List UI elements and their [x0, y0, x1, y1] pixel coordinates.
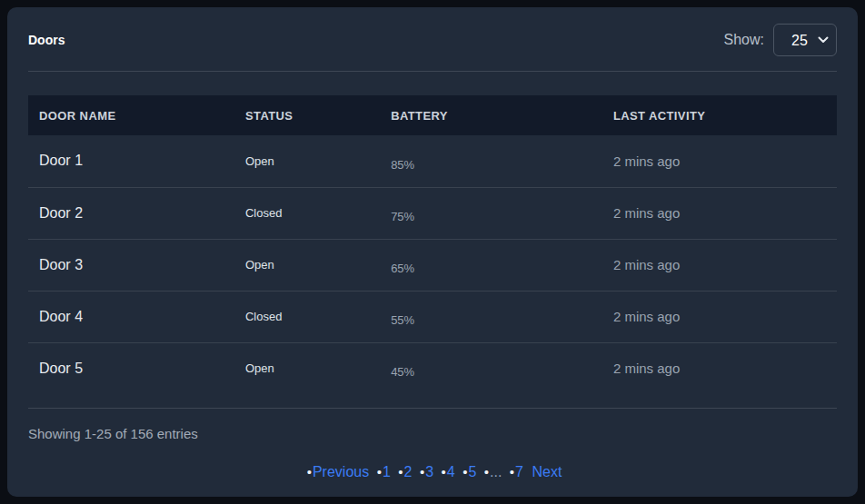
last-activity-cell: 2 mins ago [602, 239, 837, 291]
pagination-page-1[interactable]: 1 [383, 464, 391, 479]
pagination-page-5[interactable]: 5 [468, 464, 476, 479]
pagination-item: Previous [303, 464, 370, 479]
pagination: Previous 1 2 3 4 5 ... 7 Next [28, 464, 837, 480]
pagination-page-4[interactable]: 4 [447, 464, 455, 479]
doors-table: DOOR NAME STATUS BATTERY LAST ACTIVITY D… [28, 95, 837, 394]
battery-cell: 65% [380, 239, 602, 291]
pagination-next[interactable]: Next [532, 464, 562, 479]
pagination-item: 1 [373, 464, 391, 479]
door-name-cell: Door 1 [28, 135, 234, 187]
page-title: Doors [28, 33, 65, 47]
show-label: Show: [724, 32, 764, 48]
status-cell: Open [234, 135, 380, 187]
page-size-control: Show: 25 [724, 24, 837, 56]
doors-card: Doors Show: 25 DOOR NAME STATUS BATTERY [7, 7, 858, 497]
pagination-item: Next [527, 464, 562, 479]
last-activity-cell: 2 mins ago [602, 135, 837, 187]
pagination-page-3[interactable]: 3 [425, 464, 433, 479]
pagination-page-2[interactable]: 2 [404, 464, 413, 479]
column-header-status: STATUS [234, 95, 380, 135]
table-head: DOOR NAME STATUS BATTERY LAST ACTIVITY [28, 95, 837, 135]
table-row: Door 5 Open 45% 2 mins ago [28, 342, 837, 394]
battery-cell: 55% [380, 291, 602, 342]
card-header: Doors Show: 25 [28, 7, 837, 72]
column-header-battery: BATTERY [380, 95, 602, 135]
last-activity-cell: 2 mins ago [602, 187, 837, 239]
last-activity-cell: 2 mins ago [602, 342, 837, 394]
battery-cell: 45% [380, 342, 602, 394]
table-row: Door 2 Closed 75% 2 mins ago [28, 187, 837, 239]
table-row: Door 4 Closed 55% 2 mins ago [28, 291, 837, 342]
footer-divider [28, 408, 837, 409]
pagination-item: 3 [416, 464, 433, 479]
door-name-cell: Door 5 [28, 342, 234, 394]
pagination-item: 7 [506, 464, 523, 479]
entries-info: Showing 1-25 of 156 entries [28, 426, 837, 441]
table-row: Door 1 Open 85% 2 mins ago [28, 135, 837, 187]
door-name-cell: Door 3 [28, 239, 234, 291]
table-row: Door 3 Open 65% 2 mins ago [28, 239, 837, 291]
column-header-last-activity: LAST ACTIVITY [602, 95, 837, 135]
status-cell: Open [234, 239, 380, 291]
pagination-page-7[interactable]: 7 [515, 464, 523, 479]
page-size-select[interactable]: 25 [773, 24, 837, 56]
column-header-door-name: DOOR NAME [28, 95, 234, 135]
pagination-previous[interactable]: Previous [313, 464, 369, 479]
battery-cell: 85% [380, 135, 602, 187]
table-body: Door 1 Open 85% 2 mins ago Door 2 Closed… [28, 135, 837, 394]
door-name-cell: Door 4 [28, 291, 234, 342]
status-cell: Closed [234, 291, 380, 342]
pagination-item: 2 [394, 464, 412, 479]
pagination-item: ... [481, 464, 502, 479]
battery-cell: 75% [380, 187, 602, 239]
pagination-item: 5 [459, 464, 476, 479]
pagination-item: 4 [438, 464, 455, 479]
status-cell: Closed [234, 187, 380, 239]
door-name-cell: Door 2 [28, 187, 234, 239]
pagination-ellipsis: ... [490, 464, 502, 479]
status-cell: Open [234, 342, 380, 394]
page-size-select-wrap: 25 [773, 24, 837, 56]
table-header-row: DOOR NAME STATUS BATTERY LAST ACTIVITY [28, 95, 837, 135]
last-activity-cell: 2 mins ago [602, 291, 837, 342]
